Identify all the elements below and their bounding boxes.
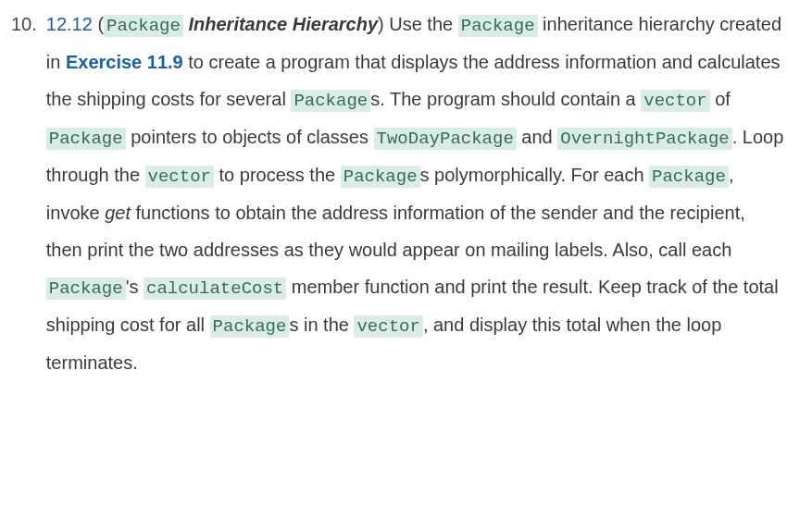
question-block: 10. 12.12 (Package Inheritance Hierarchy…: [11, 6, 784, 381]
code-package-2: Package: [291, 90, 370, 112]
title-italic: Inheritance Hierarchy: [189, 14, 379, 34]
question-number: 10.: [11, 6, 37, 43]
text-12: functions to obtain the address informat…: [46, 203, 745, 260]
text-1: ) Use the: [378, 14, 458, 34]
code-package-4: Package: [341, 166, 420, 188]
code-calculatecost: calculateCost: [144, 278, 286, 300]
question-body: 12.12 (Package Inheritance Hierarchy) Us…: [46, 6, 784, 381]
code-package-5: Package: [649, 166, 729, 188]
code-vector-1: vector: [641, 90, 709, 112]
code-package-6: Package: [46, 278, 126, 300]
text-13: 's: [126, 277, 144, 297]
code-overnight: OvernightPackage: [557, 128, 731, 150]
code-package-3: Package: [46, 128, 126, 150]
get-italic: get: [105, 203, 131, 223]
code-package-7: Package: [210, 315, 290, 338]
text-6: pointers to objects of classes: [126, 127, 374, 147]
text-9: to process the: [214, 165, 341, 185]
title-code: Package: [104, 15, 183, 37]
code-vector-3: vector: [354, 315, 422, 338]
text-4: s. The program should contain a: [370, 89, 641, 109]
exercise-ref: Exercise 11.9: [66, 52, 183, 72]
text-5: of: [710, 89, 731, 109]
text-7: and: [517, 127, 557, 147]
code-twoday: TwoDayPackage: [374, 128, 517, 150]
code-package-1: Package: [458, 15, 538, 37]
text-15: s in the: [289, 314, 354, 335]
text-10: s polymorphically. For each: [420, 165, 650, 185]
exercise-number: 12.12: [46, 14, 93, 34]
code-vector-2: vector: [145, 166, 214, 188]
